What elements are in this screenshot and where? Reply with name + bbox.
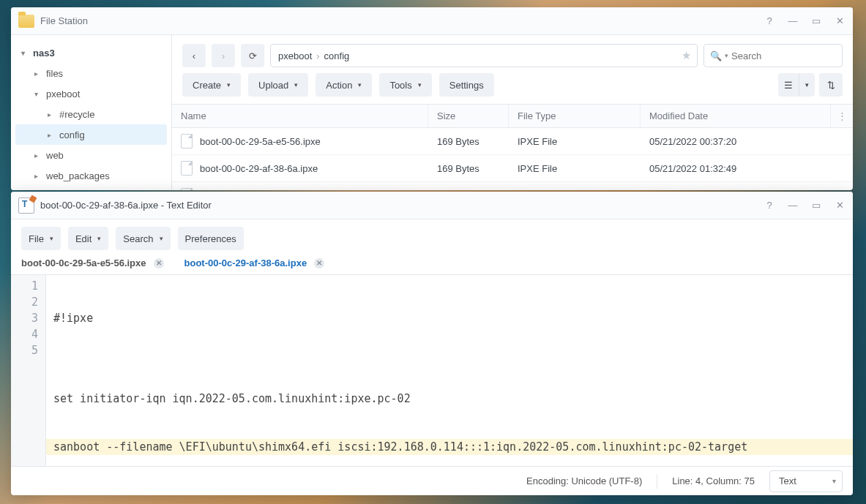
view-mode-button[interactable]: ☰ ▾ bbox=[778, 73, 815, 97]
table-row[interactable]: boot-00-0c-29-5a-e5-56.ipxe 169 Bytes IP… bbox=[172, 128, 853, 155]
tree-item-label: pxeboot bbox=[46, 89, 80, 99]
close-icon[interactable]: ✕ bbox=[834, 15, 846, 27]
tree-item-config[interactable]: ▸ config bbox=[15, 124, 167, 145]
chevron-down-icon: ▾ bbox=[21, 49, 30, 57]
file-list: boot-00-0c-29-5a-e5-56.ipxe 169 Bytes IP… bbox=[172, 128, 853, 190]
tab-close-icon[interactable]: ✕ bbox=[314, 258, 324, 268]
file-type: IPXE File bbox=[509, 128, 641, 154]
tree-item-web-packages[interactable]: ▸ web_packages bbox=[15, 165, 167, 186]
nav-back-button[interactable]: ‹ bbox=[182, 44, 206, 67]
tree-item-label: web_packages bbox=[46, 170, 110, 181]
help-icon[interactable]: ? bbox=[764, 200, 775, 211]
maximize-icon[interactable]: ▭ bbox=[810, 15, 822, 27]
chevron-right-icon: ▸ bbox=[34, 69, 43, 78]
editor-area[interactable]: 12345 #!ipxe set initiator-iqn iqn.2022-… bbox=[11, 274, 853, 466]
file-size: 161 Bytes bbox=[428, 182, 509, 190]
maximize-icon[interactable]: ▭ bbox=[810, 200, 822, 211]
text-editor-icon bbox=[18, 198, 34, 214]
chevron-right-icon: ▸ bbox=[34, 151, 43, 159]
editor-tabs: boot-00-0c-29-5a-e5-56.ipxe ✕ boot-00-0c… bbox=[11, 257, 853, 274]
file-name: boot-00-0c-29-5a-e5-56.ipxe bbox=[200, 136, 321, 147]
minimize-icon[interactable]: — bbox=[787, 15, 799, 27]
file-menu[interactable]: File▾ bbox=[21, 227, 61, 250]
tree-item-pxeboot[interactable]: ▾ pxeboot bbox=[15, 83, 167, 104]
breadcrumb-separator: › bbox=[316, 50, 319, 61]
tab-close-icon[interactable]: ✕ bbox=[154, 258, 164, 268]
action-button[interactable]: Action▾ bbox=[316, 73, 372, 97]
file-type: IPXE File bbox=[509, 155, 641, 181]
file-size: 169 Bytes bbox=[428, 128, 509, 154]
search-box[interactable]: 🔍 ▾ bbox=[703, 44, 843, 67]
chevron-down-icon: ▾ bbox=[97, 235, 101, 242]
file-modified: 05/21/2022 00:37:20 bbox=[641, 128, 831, 154]
chevron-down-icon: ▾ bbox=[227, 81, 231, 89]
line-gutter: 12345 bbox=[11, 275, 46, 466]
preferences-button[interactable]: Preferences bbox=[178, 227, 244, 250]
file-size: 169 Bytes bbox=[428, 155, 509, 181]
breadcrumb[interactable]: pxeboot › config ★ bbox=[270, 44, 698, 67]
chevron-down-icon: ▾ bbox=[34, 90, 43, 98]
syntax-mode-select[interactable]: Text bbox=[769, 470, 843, 492]
chevron-down-icon[interactable]: ▾ bbox=[725, 52, 728, 59]
create-button[interactable]: Create▾ bbox=[182, 73, 241, 97]
chevron-down-icon: ▾ bbox=[418, 81, 422, 89]
refresh-button[interactable]: ⟳ bbox=[241, 44, 264, 67]
window-title: boot-00-0c-29-af-38-6a.ipxe - Text Edito… bbox=[40, 200, 212, 211]
text-editor-window: boot-00-0c-29-af-38-6a.ipxe - Text Edito… bbox=[11, 192, 853, 495]
tree-root[interactable]: ▾ nas3 bbox=[15, 42, 167, 63]
file-station-titlebar: File Station ? — ▭ ✕ bbox=[11, 7, 853, 35]
favorite-star-icon[interactable]: ★ bbox=[682, 49, 691, 62]
search-icon: 🔍 bbox=[710, 50, 722, 61]
syntax-mode-value: Text bbox=[779, 475, 796, 486]
breadcrumb-segment[interactable]: pxeboot bbox=[278, 50, 312, 61]
chevron-right-icon: ▸ bbox=[48, 131, 56, 139]
tree-item-label: web bbox=[46, 150, 64, 161]
column-modified[interactable]: Modified Date bbox=[641, 105, 831, 127]
column-type[interactable]: File Type bbox=[509, 105, 641, 127]
code-line: sanboot --filename \EFI\ubuntu\shimx64.e… bbox=[46, 439, 853, 455]
minimize-icon[interactable]: — bbox=[787, 200, 799, 211]
code-content[interactable]: #!ipxe set initiator-iqn iqn.2022-05.com… bbox=[46, 275, 853, 466]
close-icon[interactable]: ✕ bbox=[834, 200, 846, 211]
chevron-down-icon: ▾ bbox=[294, 81, 298, 89]
file-modified: 05/21/2022 01:32:49 bbox=[641, 155, 831, 181]
search-menu[interactable]: Search▾ bbox=[116, 227, 170, 250]
window-title: File Station bbox=[40, 15, 88, 26]
help-icon[interactable]: ? bbox=[764, 15, 775, 27]
tab-label: boot-00-0c-29-af-38-6a.ipxe bbox=[184, 257, 307, 268]
nav-forward-button[interactable]: › bbox=[212, 44, 235, 67]
chevron-down-icon[interactable]: ▾ bbox=[799, 73, 815, 97]
status-cursor: Line: 4, Column: 75 bbox=[672, 475, 755, 486]
file-icon bbox=[181, 188, 193, 190]
file-type: IPXE File bbox=[509, 182, 641, 190]
tree-item-recycle[interactable]: ▸ #recycle bbox=[15, 104, 167, 124]
tree-item-label: config bbox=[59, 129, 85, 140]
column-more-icon[interactable]: ⋮ bbox=[831, 105, 853, 127]
breadcrumb-segment[interactable]: config bbox=[324, 50, 350, 61]
code-line: #!ipxe bbox=[46, 310, 853, 326]
column-size[interactable]: Size bbox=[428, 105, 509, 127]
file-icon bbox=[181, 134, 193, 148]
divider bbox=[657, 474, 657, 489]
tools-button[interactable]: Tools▾ bbox=[379, 73, 431, 97]
chevron-down-icon: ▾ bbox=[358, 81, 362, 89]
search-input[interactable] bbox=[731, 50, 836, 61]
chevron-down-icon: ▾ bbox=[50, 235, 53, 242]
table-row[interactable]: boot-00-0c-29-af-38-6a.ipxe 169 Bytes IP… bbox=[172, 155, 853, 182]
chevron-right-icon: ▸ bbox=[34, 172, 43, 180]
edit-menu[interactable]: Edit▾ bbox=[68, 227, 108, 250]
editor-tab[interactable]: boot-00-0c-29-5a-e5-56.ipxe ✕ bbox=[21, 257, 164, 268]
file-station-window: File Station ? — ▭ ✕ ▾ nas3 ▸ files ▾ px… bbox=[11, 7, 853, 190]
table-row[interactable]: boot.ipxe 161 Bytes IPXE File 05/20/2022… bbox=[172, 182, 853, 190]
editor-tab[interactable]: boot-00-0c-29-af-38-6a.ipxe ✕ bbox=[184, 257, 325, 268]
upload-button[interactable]: Upload▾ bbox=[248, 73, 308, 97]
chevron-down-icon: ▾ bbox=[160, 235, 163, 242]
file-name: boot-00-0c-29-af-38-6a.ipxe bbox=[200, 163, 318, 174]
tree-item-files[interactable]: ▸ files bbox=[15, 63, 167, 83]
list-view-icon[interactable]: ☰ bbox=[778, 73, 799, 97]
settings-button[interactable]: Settings bbox=[439, 73, 494, 97]
tree-item-web[interactable]: ▸ web bbox=[15, 145, 167, 165]
status-bar: Encoding: Unicode (UTF-8) Line: 4, Colum… bbox=[11, 466, 853, 495]
column-name[interactable]: Name bbox=[172, 105, 428, 127]
sort-button[interactable]: ⇅ bbox=[819, 73, 843, 97]
